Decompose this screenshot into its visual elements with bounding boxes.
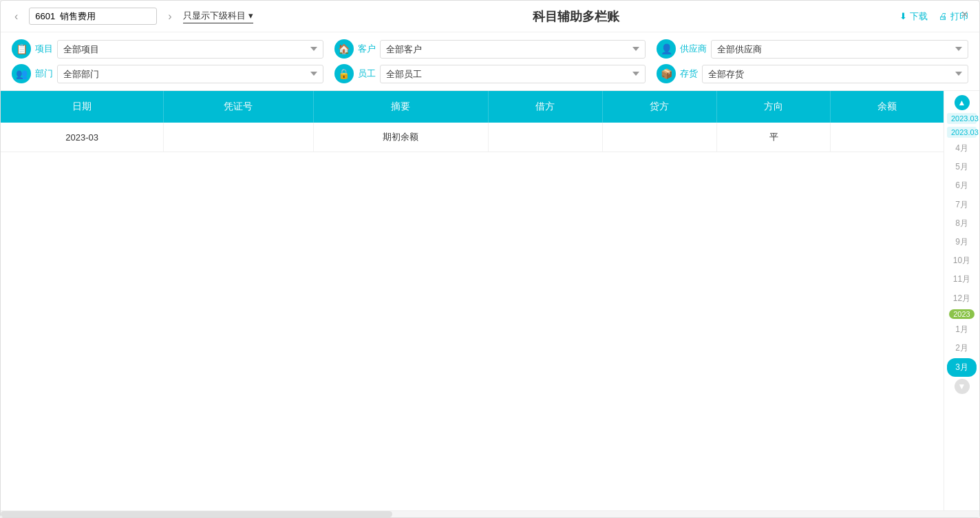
timeline-month-3-active[interactable]: 3月: [947, 358, 977, 377]
cell-date: 2023-03: [1, 123, 164, 152]
inventory-icon: 📦: [657, 64, 676, 83]
filter-row-2: 👥 部门 全部部门 🔒 员工 全部员工 📦 存货 全部存货: [12, 64, 968, 83]
project-label: 项目: [35, 43, 53, 55]
department-label: 部门: [35, 68, 53, 80]
employee-icon: 🔒: [334, 64, 354, 83]
supplier-icon: 👤: [657, 39, 676, 59]
project-select[interactable]: 全部项目: [57, 40, 323, 59]
account-code-input[interactable]: [29, 8, 157, 25]
cell-credit: [602, 123, 716, 152]
employee-label: 员工: [358, 68, 376, 80]
data-table: 日期 凭证号 摘要 借方 贷方 方向 余额 2023-03 期初余额: [1, 91, 944, 152]
customer-select[interactable]: 全部客户: [380, 40, 646, 59]
filter-item-customer: 🏠 客户 全部客户: [334, 39, 646, 59]
timeline-up-arrow[interactable]: ▲: [955, 95, 970, 110]
col-direction: 方向: [716, 91, 831, 123]
timeline-month-1[interactable]: 1月: [944, 320, 979, 339]
filter-item-department: 👥 部门 全部部门: [12, 64, 323, 83]
page-title: 科目辅助多栏账: [262, 8, 891, 25]
table-container: 日期 凭证号 摘要 借方 贷方 方向 余额 2023-03 期初余额: [1, 91, 979, 510]
print-icon: 🖨: [939, 11, 948, 21]
project-icon: 📋: [12, 39, 31, 59]
scrollbar-thumb: [1, 511, 392, 517]
supplier-label: 供应商: [680, 43, 707, 55]
timeline-month-12[interactable]: 12月: [944, 289, 979, 308]
timeline-month-4[interactable]: 4月: [944, 139, 979, 158]
col-voucher: 凭证号: [164, 91, 313, 123]
col-debit: 借方: [488, 91, 602, 123]
inventory-select[interactable]: 全部存货: [702, 65, 968, 83]
employee-select[interactable]: 全部员工: [380, 65, 646, 83]
next-account-button[interactable]: ›: [165, 9, 174, 24]
col-credit: 贷方: [602, 91, 716, 123]
department-select[interactable]: 全部部门: [57, 65, 323, 83]
timeline-month-9[interactable]: 9月: [944, 233, 979, 251]
filter-item-inventory: 📦 存货 全部存货: [657, 64, 968, 83]
col-balance: 余额: [831, 91, 944, 123]
timeline-month-8[interactable]: 8月: [944, 214, 979, 233]
table-header: 日期 凭证号 摘要 借方 贷方 方向 余额: [1, 91, 944, 123]
supplier-select[interactable]: 全部供应商: [711, 40, 968, 59]
filter-row-1: 📋 项目 全部项目 🏠 客户 全部客户 👤 供应商 全部供应商: [12, 39, 968, 59]
timeline-month-7[interactable]: 7月: [944, 196, 979, 214]
timeline-year-badge: 2023: [949, 309, 974, 319]
timeline-date-2[interactable]: 2023.03: [947, 127, 977, 138]
timeline-month-11[interactable]: 11月: [944, 270, 979, 289]
cell-voucher: [164, 123, 313, 152]
inventory-label: 存货: [680, 68, 698, 80]
title-bar: ‹ › 只显示下级科目 ▾ 科目辅助多栏账 ⬇ 下载 🖨 打印 ×: [1, 1, 979, 32]
filter-item-supplier: 👤 供应商 全部供应商: [657, 39, 968, 59]
cell-direction: 平: [716, 123, 831, 152]
timeline-down-arrow[interactable]: ▼: [955, 379, 970, 394]
customer-icon: 🏠: [334, 39, 354, 59]
timeline-date-1[interactable]: 2023.03: [947, 113, 977, 124]
timeline-panel: ▲ 2023.03 2023.03 4月 5月 6月 7月 8月 9月 10月 …: [944, 91, 979, 510]
timeline-month-5[interactable]: 5月: [944, 158, 979, 176]
download-icon: ⬇: [899, 11, 907, 21]
show-sub-toggle[interactable]: 只显示下级科目 ▾: [183, 10, 253, 23]
col-summary: 摘要: [313, 91, 488, 123]
filter-item-project: 📋 项目 全部项目: [12, 39, 323, 59]
col-date: 日期: [1, 91, 164, 123]
table-row: 2023-03 期初余额 平: [1, 123, 944, 152]
timeline-month-10[interactable]: 10月: [944, 251, 979, 270]
prev-account-button[interactable]: ‹: [12, 9, 21, 24]
action-buttons: ⬇ 下载 🖨 打印: [899, 10, 968, 23]
close-button[interactable]: ×: [961, 8, 968, 22]
download-button[interactable]: ⬇ 下载: [899, 10, 928, 23]
timeline-month-2[interactable]: 2月: [944, 339, 979, 358]
main-window: ‹ › 只显示下级科目 ▾ 科目辅助多栏账 ⬇ 下载 🖨 打印 × 📋 项目: [0, 0, 980, 518]
cell-balance: [831, 123, 944, 152]
department-icon: 👥: [12, 64, 31, 83]
cell-summary: 期初余额: [313, 123, 488, 152]
customer-label: 客户: [358, 43, 376, 55]
filter-item-employee: 🔒 员工 全部员工: [334, 64, 646, 83]
bottom-scrollbar[interactable]: [1, 510, 979, 517]
cell-debit: [488, 123, 602, 152]
filter-section: 📋 项目 全部项目 🏠 客户 全部客户 👤 供应商 全部供应商: [1, 32, 979, 91]
timeline-month-6[interactable]: 6月: [944, 176, 979, 195]
